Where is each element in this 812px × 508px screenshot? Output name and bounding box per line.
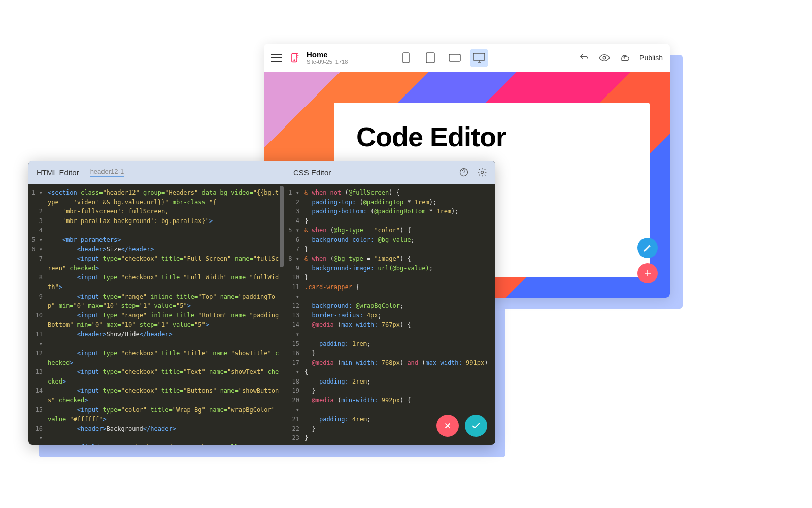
code-line[interactable]: 12 background: @wrapBgColor; xyxy=(285,301,495,311)
gear-icon[interactable] xyxy=(477,167,487,177)
preview-icon[interactable] xyxy=(599,52,610,64)
code-line[interactable]: 15 <input type="color" title="Wrap Bg" n… xyxy=(28,405,285,424)
viewport-mobile[interactable] xyxy=(397,49,415,67)
viewport-tablet-land[interactable] xyxy=(446,49,464,67)
code-line[interactable]: 4 xyxy=(28,226,285,235)
code-line[interactable]: 9 <input type="range" inline title="Top"… xyxy=(28,292,285,311)
svg-point-6 xyxy=(603,56,606,59)
svg-rect-5 xyxy=(473,53,485,60)
viewports xyxy=(397,49,488,67)
code-line[interactable]: 1 ▾<section class="header12" group="Head… xyxy=(28,188,285,207)
code-line[interactable]: 13 border-radius: 4px; xyxy=(285,311,495,321)
code-line[interactable]: 7 <input type="checkbox" title="Full Scr… xyxy=(28,254,285,273)
code-line[interactable]: 24 xyxy=(285,443,495,445)
code-line[interactable]: 9 background-image: url(@bg-value); xyxy=(285,264,495,273)
publish-button[interactable]: Publish xyxy=(639,54,663,62)
code-line[interactable]: 17 ▾ <fieldset type="background" name="b… xyxy=(28,443,285,445)
code-line[interactable]: 5 ▾& when (@bg-type = "color") { xyxy=(285,226,495,235)
code-line[interactable]: 4 } xyxy=(285,216,495,226)
svg-rect-3 xyxy=(426,53,434,63)
edit-fab[interactable] xyxy=(637,238,658,258)
html-tab[interactable]: header12-1 xyxy=(90,168,124,177)
topbar: Home Site-09-25_1718 Publish xyxy=(264,44,670,72)
css-pane: CSS Editor 1 ▾& when not (@fullScreen) {… xyxy=(285,161,495,445)
code-editor-window: HTML Editor header12-1 1 ▾<section class… xyxy=(28,161,495,445)
site-id: Site-09-25_1718 xyxy=(307,59,348,65)
code-line[interactable]: 16 } xyxy=(285,348,495,358)
code-line[interactable]: 6 ▾ <header>Size</header> xyxy=(28,245,285,255)
css-pane-header: CSS Editor xyxy=(285,161,495,184)
code-line[interactable]: 8 ▾& when (@bg-type = "image") { xyxy=(285,254,495,264)
css-code-area[interactable]: 1 ▾& when not (@fullScreen) {2 padding-t… xyxy=(285,184,495,445)
code-line[interactable]: 3 padding-bottom: (@paddingBottom * 1rem… xyxy=(285,207,495,216)
code-line[interactable]: 1 ▾& when not (@fullScreen) { xyxy=(285,188,495,198)
viewport-desktop[interactable] xyxy=(470,49,488,67)
code-line[interactable]: 5 ▾ <mbr-parameters> xyxy=(28,235,285,245)
cloud-icon[interactable] xyxy=(619,52,630,64)
code-line[interactable]: 2 padding-top: (@paddingTop * 1rem); xyxy=(285,198,495,207)
code-line[interactable]: 14 ▾ @media (max-width: 767px) { xyxy=(285,320,495,339)
editor-actions xyxy=(436,415,487,437)
svg-rect-2 xyxy=(403,53,409,63)
code-line[interactable]: 19 } xyxy=(285,386,495,396)
top-right-actions: Publish xyxy=(579,52,663,64)
html-editor-label: HTML Editor xyxy=(37,168,79,177)
code-line[interactable]: 11 ▾ <header>Show/Hide</header> xyxy=(28,330,285,348)
code-line[interactable]: 8 <input type="checkbox" title="Full Wid… xyxy=(28,273,285,292)
code-line[interactable]: 10 <input type="range" inline title="Bot… xyxy=(28,311,285,330)
help-icon[interactable] xyxy=(459,167,469,177)
menu-icon[interactable] xyxy=(271,54,282,62)
code-line[interactable]: 6 background-color: @bg-value; xyxy=(285,235,495,245)
code-line[interactable]: 12 <input type="checkbox" title="Title" … xyxy=(28,348,285,367)
logo-icon xyxy=(289,53,299,63)
code-line[interactable]: 17 ▾ @media (min-width: 768px) and (max-… xyxy=(285,358,495,377)
code-line[interactable]: 11 ▾.card-wrapper { xyxy=(285,282,495,301)
page-name: Home xyxy=(307,50,348,59)
code-line[interactable]: 7 } xyxy=(285,245,495,255)
undo-icon[interactable] xyxy=(579,52,590,64)
html-pane-header: HTML Editor header12-1 xyxy=(28,161,285,184)
code-line[interactable]: 3 'mbr-parallax-background': bg.parallax… xyxy=(28,216,285,226)
code-line[interactable]: 10 } xyxy=(285,273,495,282)
css-editor-label: CSS Editor xyxy=(293,168,331,177)
svg-point-1 xyxy=(294,60,295,61)
code-line[interactable]: 13 <input type="checkbox" title="Text" n… xyxy=(28,367,285,386)
code-line[interactable]: 20 ▾ @media (min-width: 992px) { xyxy=(285,396,495,415)
scrollbar[interactable] xyxy=(280,186,284,267)
site-title[interactable]: Home Site-09-25_1718 xyxy=(307,50,348,65)
svg-point-8 xyxy=(481,171,484,174)
viewport-tablet[interactable] xyxy=(421,49,439,67)
html-pane: HTML Editor header12-1 1 ▾<section class… xyxy=(28,161,285,445)
code-line[interactable]: 15 padding: 1rem; xyxy=(285,339,495,349)
code-line[interactable]: 18 padding: 2rem; xyxy=(285,377,495,387)
card-title: Code Editor xyxy=(356,121,627,152)
code-line[interactable]: 2 'mbr-fullscreen': fullScreen, xyxy=(28,207,285,216)
cancel-button[interactable] xyxy=(436,415,459,437)
add-fab[interactable] xyxy=(637,263,658,283)
html-code-area[interactable]: 1 ▾<section class="header12" group="Head… xyxy=(28,184,285,445)
code-line[interactable]: 16 ▾ <header>Background</header> xyxy=(28,424,285,443)
code-line[interactable]: 14 <input type="checkbox" title="Buttons… xyxy=(28,386,285,405)
ok-button[interactable] xyxy=(465,415,487,437)
svg-rect-4 xyxy=(449,54,460,61)
